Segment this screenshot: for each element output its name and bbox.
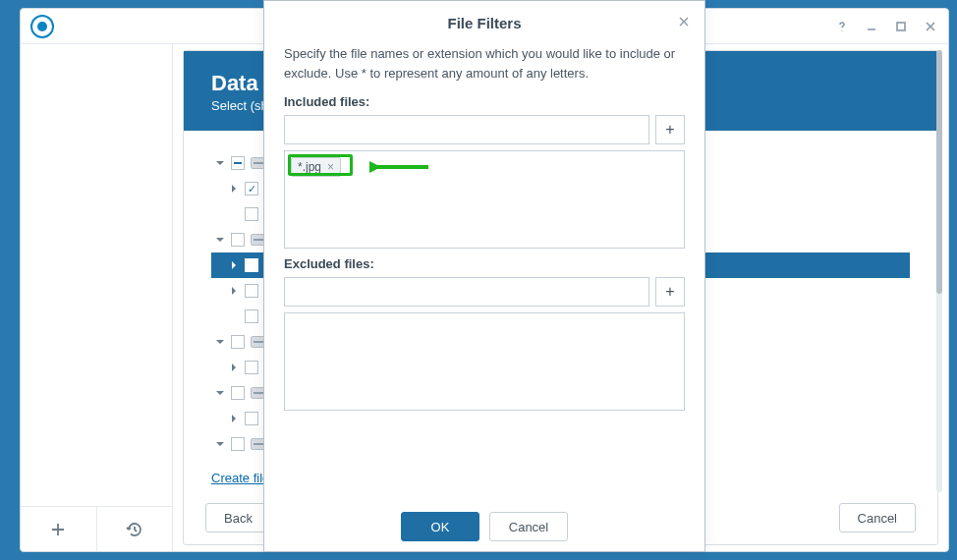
svg-rect-0	[897, 23, 905, 30]
close-icon[interactable]	[923, 19, 938, 34]
modal-title-text: File Filters	[447, 15, 521, 31]
caret-icon[interactable]	[229, 363, 239, 372]
modal-title: File Filters	[264, 1, 704, 44]
add-button[interactable]	[21, 507, 96, 551]
checkbox[interactable]	[231, 233, 245, 247]
included-files-list[interactable]: *.jpg ×	[284, 150, 685, 249]
tag-remove-icon[interactable]: ×	[327, 160, 334, 174]
caret-icon[interactable]	[229, 311, 239, 321]
checkbox[interactable]	[245, 284, 258, 298]
checkbox[interactable]	[245, 412, 258, 425]
caret-icon[interactable]	[215, 388, 225, 398]
modal-close-button[interactable]	[673, 11, 695, 32]
scrollbar-thumb[interactable]	[936, 50, 942, 294]
ok-button[interactable]: OK	[401, 512, 479, 541]
checkbox[interactable]	[245, 207, 258, 221]
caret-icon[interactable]	[229, 414, 239, 423]
checkbox[interactable]	[231, 156, 245, 170]
checkbox[interactable]	[245, 309, 258, 323]
annotation-arrow	[369, 157, 438, 181]
scrollbar[interactable]	[936, 50, 942, 492]
caret-icon[interactable]	[215, 235, 225, 245]
included-files-label: Included files:	[284, 94, 685, 109]
sidebar	[21, 44, 173, 551]
caret-icon[interactable]	[215, 337, 225, 347]
file-filters-modal: File Filters Specify the file names or e…	[263, 0, 705, 552]
caret-icon[interactable]	[229, 184, 239, 194]
caret-icon[interactable]	[229, 209, 239, 219]
caret-icon[interactable]	[229, 286, 239, 296]
tag-label: *.jpg	[298, 160, 321, 174]
caret-icon[interactable]	[229, 260, 239, 270]
checkbox[interactable]	[245, 182, 258, 196]
excluded-files-input[interactable]	[284, 277, 649, 307]
checkbox[interactable]	[231, 437, 245, 451]
caret-icon[interactable]	[215, 439, 225, 449]
wizard-cancel-button[interactable]: Cancel	[839, 503, 916, 532]
checkbox[interactable]	[231, 335, 245, 349]
add-excluded-button[interactable]: +	[655, 277, 685, 307]
app-icon	[30, 15, 54, 38]
included-tag[interactable]: *.jpg ×	[291, 157, 341, 177]
caret-icon[interactable]	[215, 158, 225, 168]
modal-description: Specify the file names or extension whic…	[284, 44, 685, 83]
help-icon[interactable]	[834, 19, 850, 34]
back-button[interactable]: Back	[205, 503, 271, 532]
excluded-files-label: Excluded files:	[284, 256, 685, 271]
checkbox[interactable]	[245, 361, 258, 374]
window-controls	[834, 19, 938, 34]
maximize-icon[interactable]	[893, 19, 909, 34]
minimize-icon[interactable]	[864, 19, 879, 34]
checkbox[interactable]	[231, 386, 245, 400]
add-included-button[interactable]: +	[655, 115, 685, 144]
cancel-button[interactable]: Cancel	[489, 512, 568, 541]
history-button[interactable]	[96, 507, 173, 551]
excluded-files-list[interactable]	[284, 312, 685, 411]
included-files-input[interactable]	[284, 115, 649, 144]
checkbox[interactable]	[245, 258, 258, 272]
